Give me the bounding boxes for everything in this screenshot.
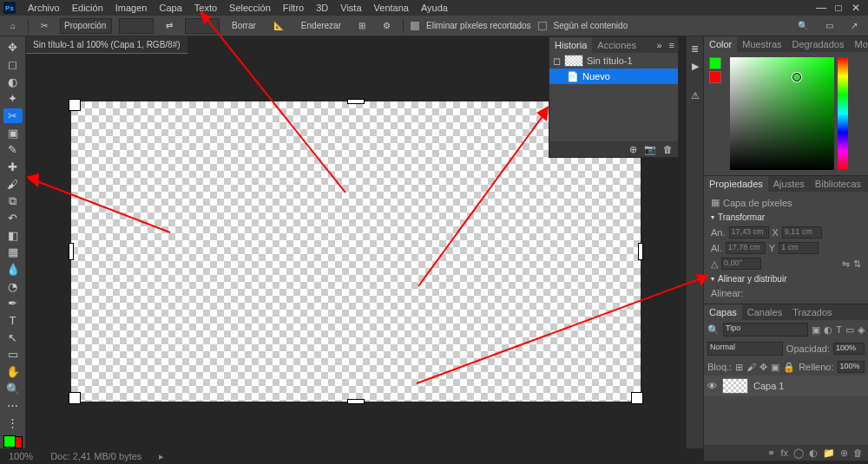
path-tool[interactable]: ↖ [3,330,23,345]
minimize-button[interactable]: — [816,3,826,13]
tab-layers[interactable]: Capas [704,304,742,320]
lock-artboard-icon[interactable]: ▣ [771,362,779,373]
crop-handle-br[interactable] [631,392,643,404]
menu-texto[interactable]: Texto [189,1,222,15]
gear-icon[interactable]: ⚙ [378,18,396,34]
ratio-dropdown[interactable]: Proporción [60,18,112,34]
ratio-h-input[interactable] [185,18,220,34]
link-layers-icon[interactable]: ⚭ [767,448,775,459]
history-step[interactable]: 📄 Nuevo [549,69,678,84]
brush-tool[interactable]: 🖌 [3,176,23,192]
angle-input[interactable]: 0,00° [721,258,761,270]
filter-icon[interactable]: 🔍 [707,324,720,336]
heal-tool[interactable]: ✚ [3,160,23,175]
hue-slider[interactable] [838,57,848,170]
mini-history-icon[interactable]: ≣ [688,42,702,56]
stamp-tool[interactable]: ⧉ [3,193,23,209]
mask-icon[interactable]: ◯ [793,448,804,459]
frame-tool[interactable]: ▣ [3,125,23,141]
clear-button[interactable]: Borrar [227,18,261,34]
width-input[interactable]: 17,43 cm [729,226,769,239]
tab-actions[interactable]: Acciones [592,37,641,53]
snapshot-icon[interactable]: 📷 [644,144,656,155]
tab-properties[interactable]: Propiedades [704,176,768,192]
filter-type-select[interactable]: Tipo [723,323,808,337]
crop-tool[interactable]: ✂ [3,108,23,124]
blend-mode-select[interactable]: Normal [707,342,783,356]
menu-ventana[interactable]: Ventana [369,1,414,15]
filter-adjust-icon[interactable]: ◐ [824,324,832,336]
history-brush-tool[interactable]: ↶ [3,211,23,226]
tab-patterns[interactable]: Motivos [849,36,868,52]
new-layer-icon[interactable]: ⊕ [840,448,848,459]
adjustment-icon[interactable]: ◐ [809,448,818,459]
crop-tool-icon[interactable]: ✂ [36,18,53,34]
maximize-button[interactable]: □ [833,3,844,13]
crop-handle-t[interactable] [347,99,365,104]
lock-position-icon[interactable]: ✥ [760,362,767,373]
tab-paths[interactable]: Trazados [787,304,837,320]
x-input[interactable]: 9,11 cm [782,226,822,239]
opacity-input[interactable]: 100% [833,343,865,355]
delete-pixels-checkbox[interactable] [411,22,419,30]
dodge-tool[interactable]: ◔ [3,278,23,294]
blur-tool[interactable]: 💧 [3,262,23,278]
share-icon[interactable]: ↗ [845,18,863,34]
hand-tool[interactable]: ✋ [3,364,23,380]
filter-image-icon[interactable]: ▣ [812,324,820,336]
document-tab[interactable]: Sin título-1 al 100% (Capa 1, RGB/8#) [26,36,187,54]
zoom-tool[interactable]: 🔍 [3,381,23,396]
crop-handle-bl[interactable] [69,392,81,404]
wand-tool[interactable]: ✦ [3,91,23,107]
history-source[interactable]: ◻ Sin título-1 [549,53,678,69]
filter-shape-icon[interactable]: ▭ [845,324,854,336]
close-button[interactable]: ✕ [851,3,861,13]
swap-icon[interactable]: ⇄ [161,18,178,34]
foreground-color[interactable] [3,435,16,448]
flip-v-icon[interactable]: ⇅ [853,258,861,270]
history-brush-source-icon[interactable]: ◻ [553,56,561,67]
fx-icon[interactable]: fx [780,448,788,458]
transform-section[interactable]: Transformar [707,210,865,225]
color-fg-swatch[interactable] [709,57,721,69]
straighten-button[interactable]: Enderezar [296,18,346,34]
menu-ayuda[interactable]: Ayuda [416,1,453,15]
move-tool[interactable]: ✥ [3,40,23,56]
menu-imagen[interactable]: Imagen [110,1,153,15]
tab-libraries[interactable]: Bibliotecas [810,176,866,192]
create-document-icon[interactable]: ⊕ [629,144,637,155]
tab-history[interactable]: Historia [549,37,592,53]
delete-layer-icon[interactable]: 🗑 [853,448,863,458]
doc-info[interactable]: Doc: 2,41 MB/0 bytes [50,451,141,461]
home-icon[interactable]: ⌂ [5,18,21,34]
tab-gradients[interactable]: Degradados [787,36,850,52]
crop-handle-l[interactable] [69,243,74,260]
pen-tool[interactable]: ✒ [3,296,23,311]
menu-seleccion[interactable]: Selección [224,1,276,15]
eyedropper-tool[interactable]: ✎ [3,142,23,158]
menu-archivo[interactable]: Archivo [23,1,65,15]
lock-all-icon[interactable]: 🔒 [783,362,795,373]
filter-text-icon[interactable]: T [836,324,842,335]
tab-swatches[interactable]: Muestras [737,36,786,52]
lock-transparency-icon[interactable]: ⊞ [735,362,743,373]
grid-icon[interactable]: ⊞ [353,18,371,34]
panel-menu-icon[interactable]: ≡ [666,40,678,50]
collapse-icon[interactable]: » [653,40,665,50]
menu-capa[interactable]: Capa [154,1,187,15]
mini-warning-icon[interactable]: ⚠ [688,88,702,102]
marquee-tool[interactable]: ◻ [3,57,23,73]
menu-vista[interactable]: Vista [335,1,366,15]
delete-state-icon[interactable]: 🗑 [663,144,673,154]
mini-actions-icon[interactable]: ▶ [688,59,702,73]
fill-input[interactable]: 100% [838,361,865,373]
y-input[interactable]: 1 cm [779,242,819,254]
zoom-level[interactable]: 100% [9,451,33,461]
lock-image-icon[interactable]: 🖌 [746,362,756,372]
color-field[interactable] [730,57,834,170]
visibility-icon[interactable]: 👁 [707,381,717,391]
tab-color[interactable]: Color [704,36,737,52]
layer-name[interactable]: Capa 1 [753,381,784,391]
tab-channels[interactable]: Canales [742,304,787,320]
content-aware-checkbox[interactable] [538,22,547,30]
